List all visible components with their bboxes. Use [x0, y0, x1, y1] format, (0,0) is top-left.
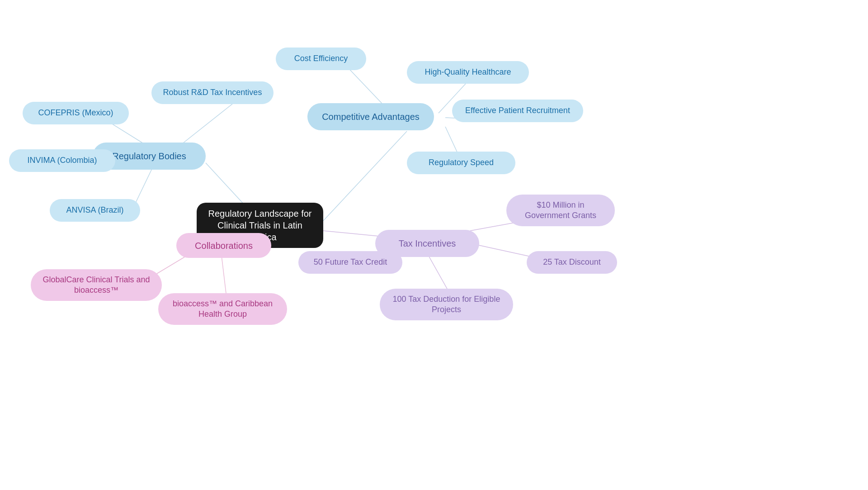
globalcare-label: GlobalCare Clinical Trials and bioaccess… [41, 275, 152, 296]
collaborations-label: Collaborations [195, 240, 253, 252]
anvisa-label: ANVISA (Brazil) [66, 205, 123, 215]
invima-node: INVIMA (Colombia) [9, 149, 115, 172]
effective-patient-recruitment-label: Effective Patient Recruitment [465, 105, 570, 116]
tax-deduction-node: 100 Tax Deduction for Eligible Projects [380, 289, 513, 320]
tax-incentives-label: Tax Incentives [399, 238, 456, 249]
robust-rnd-node: Robust R&D Tax Incentives [151, 81, 274, 104]
regulatory-speed-node: Regulatory Speed [407, 152, 515, 174]
regulatory-bodies-label: Regulatory Bodies [112, 150, 186, 162]
gov-grants-node: $10 Million in Government Grants [506, 195, 615, 226]
future-tax-credit-node: 50 Future Tax Credit [298, 251, 402, 274]
bioaccess-node: bioaccess™ and Caribbean Health Group [158, 293, 287, 325]
robust-rnd-label: Robust R&D Tax Incentives [163, 87, 262, 98]
tax-deduction-label: 100 Tax Deduction for Eligible Projects [390, 294, 503, 315]
gov-grants-label: $10 Million in Government Grants [516, 200, 605, 221]
anvisa-node: ANVISA (Brazil) [50, 199, 140, 222]
cost-efficiency-label: Cost Efficiency [294, 53, 348, 64]
high-quality-healthcare-label: High-Quality Healthcare [425, 67, 511, 77]
competitive-advantages-node: Competitive Advantages [307, 103, 434, 130]
svg-line-14 [427, 253, 448, 290]
tax-discount-node: 25 Tax Discount [527, 251, 617, 274]
mindmap-container: Regulatory Landscape for Clinical Trials… [0, 0, 868, 490]
cost-efficiency-node: Cost Efficiency [276, 48, 366, 70]
high-quality-healthcare-node: High-Quality Healthcare [407, 61, 529, 84]
svg-line-0 [323, 131, 407, 221]
tax-discount-label: 25 Tax Discount [543, 257, 601, 267]
invima-label: INVIMA (Colombia) [27, 155, 97, 166]
svg-line-6 [181, 102, 235, 145]
cofepris-label: COFEPRIS (Mexico) [38, 108, 113, 118]
effective-patient-recruitment-node: Effective Patient Recruitment [452, 100, 583, 122]
collaborations-node: Collaborations [176, 233, 271, 258]
regulatory-speed-label: Regulatory Speed [429, 157, 494, 168]
competitive-advantages-label: Competitive Advantages [322, 111, 420, 123]
bioaccess-label: bioaccess™ and Caribbean Health Group [168, 299, 277, 320]
svg-line-17 [222, 256, 226, 293]
svg-line-9 [136, 165, 154, 203]
globalcare-node: GlobalCare Clinical Trials and bioaccess… [31, 269, 162, 301]
cofepris-node: COFEPRIS (Mexico) [23, 102, 129, 124]
future-tax-credit-label: 50 Future Tax Credit [314, 257, 387, 267]
